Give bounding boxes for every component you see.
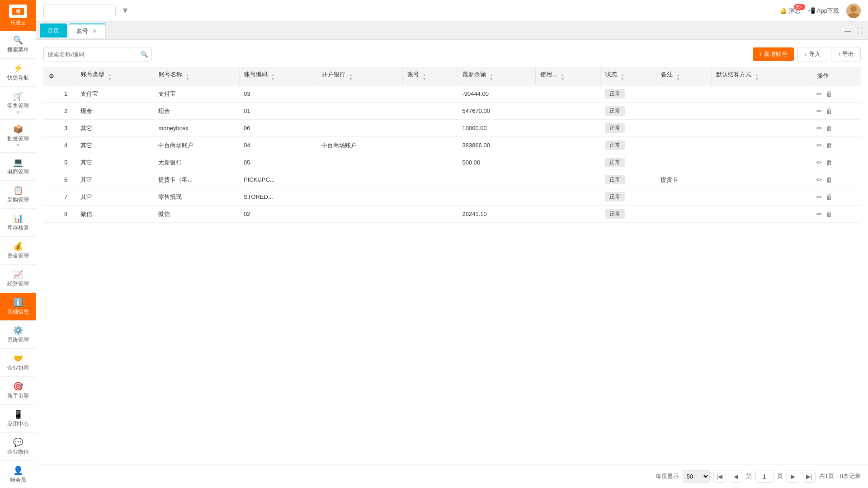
th-remark[interactable]: 备注 ▲▼	[656, 67, 711, 85]
bell-icon: 🔔	[780, 7, 787, 14]
action-buttons: + 新增账号 ↓ 导入 ↑ 导出	[753, 47, 861, 61]
tab-close-icon[interactable]: ✕	[91, 28, 98, 35]
sidebar-item-basic-info[interactable]: ℹ️ 基础信息	[0, 293, 36, 321]
sidebar-item-retail[interactable]: 🛒 零售管理 ▼	[0, 87, 36, 120]
th-default-settlement[interactable]: 默认结算方式 ▲▼	[712, 67, 812, 85]
sidebar-item-operations[interactable]: 📈 经营管理	[0, 265, 36, 293]
sidebar-item-guide[interactable]: 🎯 新手引导	[0, 377, 36, 405]
delete-icon[interactable]: 🗑	[826, 159, 833, 166]
th-operation: 操作	[812, 67, 861, 85]
next-page-button[interactable]: ▶	[787, 470, 799, 483]
row-account	[402, 154, 458, 171]
delete-icon[interactable]: 🗑	[826, 124, 833, 132]
user-avatar[interactable]	[846, 4, 861, 18]
row-code: 05	[239, 154, 317, 171]
sidebar-item-member[interactable]: 👤 畅会员	[0, 461, 36, 488]
th-type[interactable]: 账号类型 ▲▼	[76, 67, 154, 85]
edit-icon[interactable]: ✏	[816, 159, 822, 167]
sidebar-item-ecommerce[interactable]: 💻 电商管理	[0, 153, 36, 181]
row-status: 正常	[600, 103, 656, 120]
edit-icon[interactable]: ✏	[816, 141, 822, 150]
row-balance: 547670.00	[458, 103, 535, 120]
app-logo: 稻 乐雅版	[0, 0, 36, 31]
page-size-select[interactable]: 50 100 200	[683, 470, 710, 483]
header-dropdown-icon[interactable]: ▼	[121, 6, 129, 15]
sidebar-item-app-center[interactable]: 📱 应用中心	[0, 405, 36, 433]
edit-icon[interactable]: ✏	[816, 124, 822, 132]
page-input[interactable]	[755, 470, 774, 483]
edit-icon[interactable]: ✏	[816, 90, 822, 98]
tab-minimize-button[interactable]: —	[843, 26, 853, 35]
row-usage	[536, 206, 600, 223]
row-num: 3	[60, 120, 76, 137]
th-balance[interactable]: 最新余额 ▲▼	[458, 67, 535, 85]
search-input[interactable]	[44, 51, 137, 58]
sidebar-item-finance[interactable]: 💰 资金管理	[0, 237, 36, 265]
row-remark	[656, 103, 711, 120]
th-usage[interactable]: 使用... ▲▼	[536, 67, 600, 85]
content-toolbar: 🔍 + 新增账号 ↓ 导入 ↑ 导出	[43, 47, 861, 61]
row-name: 中百商场账户	[154, 137, 239, 154]
search-wrap: 🔍	[43, 47, 152, 61]
sidebar-item-label: 电商管理	[7, 168, 29, 176]
row-account	[402, 85, 458, 103]
settings-icon[interactable]: ⚙	[49, 73, 54, 80]
row-balance: -90444.00	[458, 85, 535, 103]
sidebar: 稻 乐雅版 🔍 搜索菜单 ⚡ 快捷导航 🛒 零售管理 ▼ 📦 批发管理 ▼ 💻 …	[0, 0, 36, 488]
logo-icon: 稻	[9, 5, 27, 18]
delete-icon[interactable]: 🗑	[826, 90, 833, 98]
tab-home-label: 首页	[47, 27, 59, 35]
row-default-settlement	[712, 171, 812, 188]
retail-icon: 🛒	[13, 91, 23, 101]
th-name[interactable]: 账号名称 ▲▼	[154, 67, 239, 85]
row-type: 其它	[76, 120, 154, 137]
delete-icon[interactable]: 🗑	[826, 107, 833, 115]
last-page-button[interactable]: ▶|	[803, 470, 816, 483]
th-account[interactable]: 账号 ▲▼	[402, 67, 458, 85]
import-button[interactable]: ↓ 导入	[797, 47, 827, 61]
sidebar-item-system[interactable]: ⚙️ 系统管理	[0, 321, 36, 349]
page-label: 第	[746, 472, 752, 480]
edit-icon[interactable]: ✏	[816, 193, 822, 201]
row-balance: 383866.00	[458, 137, 535, 154]
messages-button[interactable]: 🔔 消息 99+	[780, 7, 801, 15]
row-name: 现金	[154, 103, 239, 120]
tab-home[interactable]: 首页	[40, 23, 67, 38]
sidebar-item-search[interactable]: 🔍 搜索菜单	[0, 31, 36, 59]
row-default-settlement	[712, 154, 812, 171]
edit-icon[interactable]: ✏	[816, 176, 822, 184]
tab-maximize-button[interactable]: ⛶	[854, 26, 864, 35]
delete-icon[interactable]: 🗑	[826, 210, 833, 218]
row-operation: ✏ 🗑	[812, 154, 861, 171]
app-download-button[interactable]: 📲 App下载	[808, 7, 839, 15]
th-code[interactable]: 账号编码 ▲▼	[239, 67, 317, 85]
edit-icon[interactable]: ✏	[816, 210, 822, 218]
delete-icon[interactable]: 🗑	[826, 176, 833, 183]
top-search-input[interactable]	[43, 5, 116, 17]
table-row: 1 支付宝 支付宝 03 -90444.00 正常 ✏ 🗑	[43, 85, 861, 103]
sidebar-item-quick-nav[interactable]: ⚡ 快捷导航	[0, 59, 36, 87]
sidebar-item-wechat[interactable]: 💬 企业微信	[0, 433, 36, 461]
page-size-label: 每页显示	[656, 472, 679, 480]
th-status[interactable]: 状态 ▲▼	[600, 67, 656, 85]
th-bank[interactable]: 开户银行 ▲▼	[317, 67, 402, 85]
prev-page-button[interactable]: ◀	[730, 470, 742, 483]
tab-account[interactable]: 账号 ✕	[69, 23, 106, 38]
add-account-button[interactable]: + 新增账号	[753, 47, 794, 61]
tab-account-label: 账号	[76, 27, 88, 35]
edit-icon[interactable]: ✏	[816, 107, 822, 115]
row-code: PICKUPC...	[239, 171, 317, 188]
sidebar-item-label: 采购管理	[7, 196, 29, 204]
export-button[interactable]: ↑ 导出	[831, 47, 861, 61]
row-name: moneybosx	[154, 120, 239, 137]
sidebar-item-enterprise[interactable]: 🤝 企业协同	[0, 349, 36, 377]
sidebar-item-inventory[interactable]: 📊 库存核算	[0, 209, 36, 237]
sidebar-item-wholesale[interactable]: 📦 批发管理 ▼	[0, 120, 36, 153]
search-button[interactable]: 🔍	[137, 47, 151, 61]
first-page-button[interactable]: |◀	[713, 470, 726, 483]
sidebar-item-purchase[interactable]: 📋 采购管理	[0, 181, 36, 209]
sidebar-item-label: 资金管理	[7, 252, 29, 260]
row-operation: ✏ 🗑	[812, 103, 861, 120]
delete-icon[interactable]: 🗑	[826, 141, 833, 149]
delete-icon[interactable]: 🗑	[826, 193, 833, 201]
